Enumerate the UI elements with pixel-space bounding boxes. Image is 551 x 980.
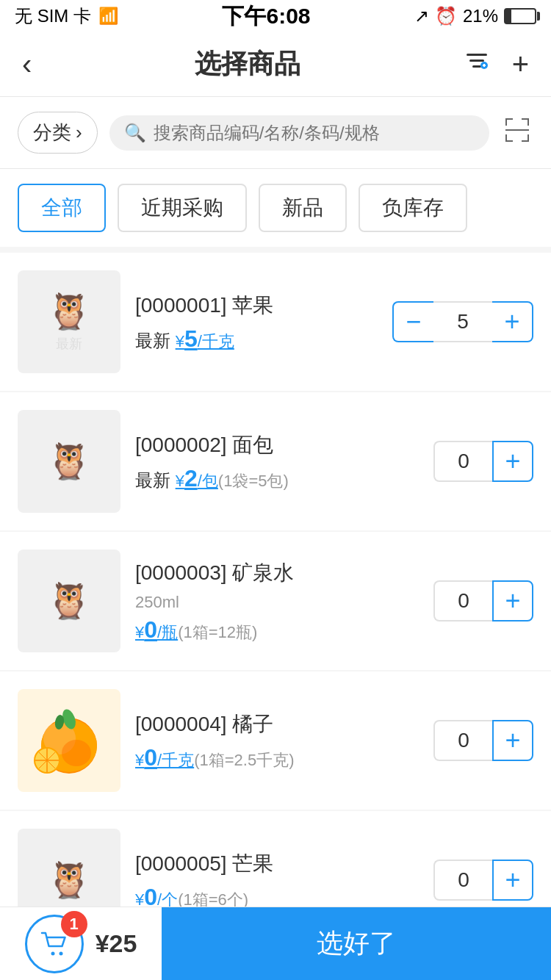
status-time: 下午6:08 [222, 1, 310, 32]
wifi-icon: 📶 [98, 7, 118, 26]
quantity-minus-1[interactable]: − [392, 301, 433, 342]
tab-all[interactable]: 全部 [18, 184, 106, 232]
status-right: ↗ ⏰ 21% [414, 6, 536, 26]
product-name-3: [0000003] 矿泉水 [135, 559, 419, 587]
status-bar: 无 SIM 卡 📶 下午6:08 ↗ ⏰ 21% [0, 0, 551, 32]
tab-bar: 全部 近期采购 新品 负库存 [0, 169, 551, 253]
nav-bar: ‹ 选择商品 + [0, 32, 551, 97]
status-left: 无 SIM 卡 📶 [15, 4, 118, 28]
placeholder-owl-icon: 🦉 [47, 441, 91, 482]
price-value-4: 0 [144, 744, 157, 771]
svg-point-27 [51, 951, 54, 955]
price-currency-5: ¥ [135, 890, 144, 909]
quantity-input-5[interactable] [433, 860, 492, 901]
product-price-1: 最新 ¥5/千克 [135, 325, 378, 353]
nav-actions: + [464, 48, 529, 81]
price-pack-2: (1袋=5包) [218, 472, 289, 490]
product-info-2: [0000002] 面包 最新 ¥2/包(1袋=5包) [120, 431, 433, 492]
svg-rect-7 [505, 118, 507, 126]
search-icon: 🔍 [124, 123, 146, 143]
svg-point-18 [62, 740, 91, 766]
cart-badge: 1 [61, 911, 87, 937]
product-info-5: [0000005] 芒果 ¥0/个(1箱=6个) [120, 850, 433, 911]
tab-recent[interactable]: 近期采购 [118, 184, 247, 232]
product-price-2: 最新 ¥2/包(1袋=5包) [135, 465, 419, 492]
quantity-plus-2[interactable]: + [492, 441, 533, 482]
price-pack-3: (1箱=12瓶) [178, 623, 257, 641]
cart-icon[interactable]: 1 [25, 915, 84, 973]
tab-negative[interactable]: 负库存 [359, 184, 467, 232]
svg-rect-9 [527, 118, 529, 126]
quantity-input-4[interactable] [433, 720, 492, 761]
price-unit-5: /个 [157, 890, 178, 909]
cart-section: 1 ¥25 [0, 915, 162, 973]
category-label: 分类 [33, 120, 71, 145]
price-unit-3: /瓶 [157, 623, 178, 641]
product-image-1: 🦉 最新 [18, 270, 120, 373]
cart-total: ¥25 [96, 929, 137, 958]
placeholder-owl-icon: 🦉 [47, 860, 91, 901]
svg-rect-11 [505, 134, 507, 142]
filter-icon[interactable] [464, 48, 490, 81]
product-image-3: 🦉 [18, 550, 120, 652]
quantity-control-3: + [433, 580, 533, 621]
product-price-4: ¥0/千克(1箱=2.5千克) [135, 744, 419, 771]
bottom-bar: 1 ¥25 选好了 [0, 907, 551, 980]
scan-icon[interactable] [501, 114, 533, 151]
quantity-input-1[interactable] [433, 301, 492, 342]
list-item: [0000004] 橘子 ¥0/千克(1箱=2.5千克) + [0, 671, 551, 810]
tab-new[interactable]: 新品 [259, 184, 347, 232]
price-currency-1: ¥ [176, 332, 184, 350]
product-image-4 [18, 689, 120, 792]
search-box[interactable]: 🔍 [109, 115, 489, 151]
price-label-1: 最新 [135, 331, 170, 350]
quantity-plus-4[interactable]: + [492, 720, 533, 761]
quantity-plus-1[interactable]: + [492, 301, 533, 342]
price-pack-5: (1箱=6个) [178, 890, 248, 909]
back-button[interactable]: ‹ [22, 48, 32, 81]
product-name-5: [0000005] 芒果 [135, 850, 419, 878]
svg-rect-14 [505, 129, 529, 131]
price-pack-4: (1箱=2.5千克) [194, 751, 294, 769]
svg-point-28 [59, 951, 62, 955]
page-title: 选择商品 [195, 46, 300, 82]
quantity-control-2: + [433, 441, 533, 482]
price-value-2: 2 [184, 465, 198, 491]
quantity-plus-5[interactable]: + [492, 860, 533, 901]
product-list: 🦉 最新 [0000001] 苹果 最新 ¥5/千克 − + 🦉 [000000… [0, 253, 551, 980]
add-icon[interactable]: + [512, 48, 529, 81]
price-unit-2: /包 [198, 472, 218, 490]
price-currency-2: ¥ [176, 472, 184, 490]
price-unit-4: /千克 [157, 751, 194, 769]
search-input[interactable] [154, 123, 475, 143]
price-label-2: 最新 [135, 470, 170, 490]
quantity-input-3[interactable] [433, 580, 492, 621]
battery-icon [504, 8, 536, 24]
product-info-3: [0000003] 矿泉水 250ml ¥0/瓶(1箱=12瓶) [120, 559, 433, 644]
svg-rect-13 [527, 134, 529, 142]
alarm-icon: ⏰ [435, 6, 457, 26]
quantity-plus-3[interactable]: + [492, 580, 533, 621]
product-price-3: ¥0/瓶(1箱=12瓶) [135, 616, 419, 644]
list-item: 🦉 [0000002] 面包 最新 ¥2/包(1袋=5包) + [0, 392, 551, 530]
product-name-4: [0000004] 橘子 [135, 710, 419, 738]
list-item: 🦉 最新 [0000001] 苹果 最新 ¥5/千克 − + [0, 253, 551, 391]
placeholder-owl-icon: 🦉 [47, 291, 91, 332]
svg-rect-0 [467, 54, 487, 56]
quantity-control-5: + [433, 860, 533, 901]
quantity-input-2[interactable] [433, 441, 492, 482]
confirm-button[interactable]: 选好了 [162, 907, 551, 980]
price-currency-4: ¥ [135, 751, 144, 769]
product-name-1: [0000001] 苹果 [135, 292, 378, 320]
product-spec-3: 250ml [135, 593, 419, 612]
carrier-text: 无 SIM 卡 [15, 4, 91, 28]
svg-rect-2 [472, 65, 481, 68]
price-value-1: 5 [184, 325, 198, 352]
svg-rect-1 [469, 60, 484, 62]
price-value-3: 0 [144, 616, 157, 643]
quantity-control-1: − + [392, 301, 533, 342]
category-button[interactable]: 分类 › [18, 112, 98, 154]
category-chevron: › [76, 121, 82, 144]
list-item: 🦉 [0000003] 矿泉水 250ml ¥0/瓶(1箱=12瓶) + [0, 532, 551, 670]
product-info-1: [0000001] 苹果 最新 ¥5/千克 [120, 292, 392, 353]
